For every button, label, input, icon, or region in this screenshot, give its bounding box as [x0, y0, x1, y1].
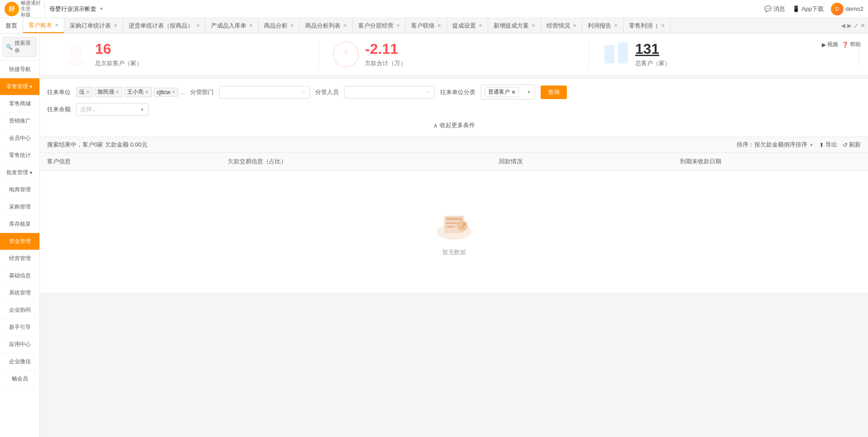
tag-close-wu[interactable]: ✕ — [86, 90, 90, 95]
tab-promotion-settings[interactable]: 提成设置 ✕ — [447, 18, 488, 33]
filter-unit-type-select[interactable]: 普通客户 ✕ ▼ — [481, 85, 535, 100]
sidebar: 🔍 搜索菜单 快捷导航 零售管理 ▼ 零售商城 营销推广 会员中心 零售统计 批… — [0, 33, 40, 437]
search-btn[interactable]: 查询 — [541, 86, 567, 99]
tab-close-retail-profit[interactable]: ✕ — [661, 23, 665, 28]
filter-balance-arrow: ▼ — [140, 107, 144, 112]
filter-tag-cjttcw: cjttcw ✕ — [153, 88, 178, 97]
tab-profit-report[interactable]: 利润报告 ✕ — [582, 18, 623, 33]
filter-row-1: 往来单位 伍 ✕ 陈民强 ✕ 王小亮 ✕ cjttcw — [47, 85, 861, 100]
tab-close-stock-stats[interactable]: ✕ — [196, 23, 200, 28]
sidebar-item-member-center[interactable]: 会员中心 — [0, 130, 39, 147]
tab-product-stock-in[interactable]: 产成品入库单 ✕ — [206, 18, 259, 33]
tab-home[interactable]: 首页 — [0, 18, 23, 33]
tab-close-profit-report[interactable]: ✕ — [614, 23, 618, 28]
tab-goods-analysis-list[interactable]: 商品分析列表 ✕ — [300, 18, 353, 33]
tag-close-unit-type[interactable]: ✕ — [511, 89, 516, 95]
tag-close-cjttcw[interactable]: ✕ — [172, 90, 175, 95]
table-area: 客户信息 欠款交易信息（占比） 回款情况 到期未收款日期 — [40, 153, 868, 293]
filter-balance-label: 往来余额 — [47, 105, 71, 114]
svg-point-11 — [457, 220, 468, 231]
collapse-row: ∧ 收起更多条件 — [47, 119, 861, 131]
tab-close-new-promotion[interactable]: ✕ — [532, 23, 535, 28]
filter-person-value — [348, 88, 354, 96]
sidebar-item-enterprise-coop[interactable]: 企业协同 — [0, 302, 39, 319]
filter-tags-unit: 伍 ✕ 陈民强 ✕ 王小亮 ✕ cjttcw ✕ ... — [76, 87, 185, 97]
nav-expand-icon[interactable]: ⤢ — [854, 22, 858, 29]
tab-close-customer-capital[interactable]: ✕ — [55, 23, 58, 28]
tab-business-status[interactable]: 经营情况 ✕ — [541, 18, 582, 33]
video-btn[interactable]: ▶ 视频 — [822, 41, 838, 48]
chevron-icon: ▼ — [29, 171, 33, 175]
app-download-btn[interactable]: 📱 App下载 — [792, 5, 824, 13]
tab-close-goods-analysis-list[interactable]: ✕ — [343, 23, 347, 28]
tab-customer-contact[interactable]: 客户联络 ✕ — [406, 18, 447, 33]
stats-header-actions: ▶ 视频 ❓ 帮助 — [822, 41, 861, 48]
sidebar-item-app-center[interactable]: 应用中心 — [0, 336, 39, 353]
collapse-more-btn[interactable]: ∧ 收起更多条件 — [433, 119, 475, 131]
export-icon: ⬆ — [819, 142, 824, 148]
sidebar-item-system-mgmt[interactable]: 系统管理 — [0, 285, 39, 302]
tab-stock-stats[interactable]: 进货单统计表（按商品） ✕ — [123, 18, 206, 33]
message-icon: 💬 — [764, 5, 772, 12]
message-btn[interactable]: 💬 消息 — [764, 5, 785, 13]
stat-block-customers: 16 总欠款客户（家） — [49, 41, 319, 68]
tab-close-purchase-order[interactable]: ✕ — [114, 23, 117, 28]
tab-new-promotion-plan[interactable]: 新增提成方案 ✕ — [488, 18, 541, 33]
stat-label-total: 总客户（家） — [635, 59, 671, 67]
tab-close-business-status[interactable]: ✕ — [573, 23, 576, 28]
tab-retail-profit[interactable]: 零售利润（ ✕ — [623, 18, 671, 33]
filter-more-tags[interactable]: ... — [180, 89, 185, 95]
sidebar-item-inventory-check[interactable]: 库存核算 — [0, 216, 39, 233]
tab-purchase-order-stats[interactable]: 采购订单统计表 ✕ — [64, 18, 123, 33]
svg-point-1 — [67, 57, 85, 66]
sidebar-item-retail-mall[interactable]: 零售商城 — [0, 95, 39, 113]
filter-person-select[interactable]: ··· — [344, 86, 435, 99]
stat-icon-customers — [62, 41, 90, 68]
tab-customer-segmentation[interactable]: 客户分层经营 ✕ — [353, 18, 406, 33]
filter-balance-select[interactable]: 选择... ▼ — [76, 103, 149, 116]
nav-close-all-icon[interactable]: ✕ — [860, 22, 865, 29]
nav-prev-icon[interactable]: ◀ — [841, 22, 845, 29]
sidebar-item-retail-stats[interactable]: 零售统计 — [0, 147, 39, 164]
sidebar-item-vip-member[interactable]: 畅会员 — [0, 370, 39, 388]
user-avatar[interactable]: D demo2 — [831, 3, 863, 15]
sort-select[interactable]: 排序：按欠款金额倒序排序 ▼ — [737, 141, 814, 149]
svg-rect-8 — [446, 218, 462, 220]
nav-next-icon[interactable]: ▶ — [847, 22, 852, 29]
help-btn[interactable]: ❓ 帮助 — [842, 41, 861, 48]
top-right-actions: 💬 消息 📱 App下载 D demo2 — [764, 3, 863, 15]
workspace-selector[interactable]: 母婴行业演示帐套 ▼ — [44, 0, 108, 18]
export-btn[interactable]: ⬆ 导出 — [819, 141, 837, 149]
filter-dept-label: 分管部门 — [190, 88, 214, 96]
sidebar-item-purchase-mgmt[interactable]: 采购管理 — [0, 199, 39, 216]
sidebar-item-new-guide[interactable]: 新手引导 — [0, 319, 39, 336]
sort-arrow-icon: ▼ — [809, 142, 814, 147]
logo-icon: 好 — [5, 2, 19, 16]
sidebar-item-wholesale-mgmt[interactable]: 批发管理 ▼ — [0, 164, 39, 181]
filter-dept-select[interactable]: ··· — [219, 86, 310, 99]
stat-block-total-customers: 131 总客户（家） — [589, 41, 859, 68]
tag-close-wang[interactable]: ✕ — [145, 90, 149, 95]
sidebar-item-operations-mgmt[interactable]: 经营管理 — [0, 250, 39, 267]
search-menu-btn[interactable]: 🔍 搜索菜单 — [3, 37, 37, 57]
tab-customer-capital[interactable]: 客户账本 ✕ — [23, 18, 64, 33]
tab-goods-analysis[interactable]: 商品分析 ✕ — [259, 18, 300, 33]
sidebar-item-quick-nav[interactable]: 快捷导航 — [0, 61, 39, 78]
tab-close-customer-seg[interactable]: ✕ — [396, 23, 400, 28]
stat-label-debt: 欠款合计（万） — [365, 59, 406, 67]
tag-close-chen[interactable]: ✕ — [115, 90, 119, 95]
sidebar-item-basic-info[interactable]: 基础信息 — [0, 267, 39, 285]
sidebar-item-ecommerce-mgmt[interactable]: 电商管理 — [0, 181, 39, 199]
refresh-btn[interactable]: ↺ 刷新 — [843, 141, 861, 149]
tab-close-promotion-settings[interactable]: ✕ — [479, 23, 482, 28]
sidebar-item-capital-mgmt[interactable]: 资金管理 — [0, 233, 39, 250]
main-content: 16 总欠款客户（家） ¥ -2.11 欠款合计（万） — [40, 33, 868, 437]
tab-close-customer-contact[interactable]: ✕ — [437, 23, 441, 28]
sidebar-item-enterprise-wechat[interactable]: 企业微信 — [0, 353, 39, 370]
sidebar-item-marketing[interactable]: 营销推广 — [0, 113, 39, 130]
stat-icon-total — [603, 41, 630, 68]
tab-close-goods-analysis[interactable]: ✕ — [290, 23, 294, 28]
sidebar-item-retail-mgmt[interactable]: 零售管理 ▼ — [0, 78, 39, 95]
tab-close-product-stock[interactable]: ✕ — [249, 23, 253, 28]
search-icon: 🔍 — [6, 44, 13, 50]
